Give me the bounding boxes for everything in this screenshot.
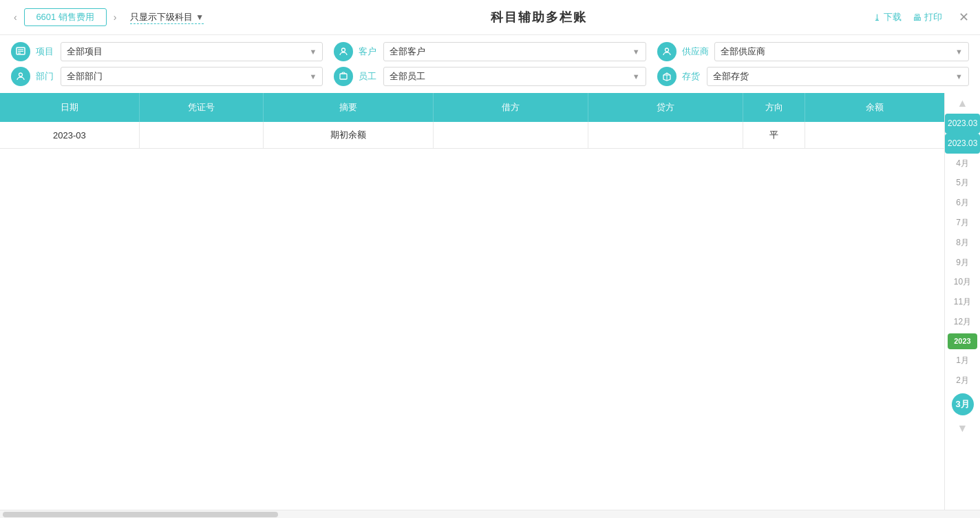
- ledger-table: 日期 凭证号 摘要 借方 贷方 方向 余额 2023-03 期初余额: [0, 93, 944, 149]
- supplier-icon: [657, 42, 677, 61]
- employee-value: 全部员工: [390, 70, 425, 83]
- right-sidebar: ▲ 2023.03 2023.03 4月 5月 6月 7月 8月 9月 10月 …: [944, 93, 980, 510]
- cell-summary: 期初余额: [263, 122, 433, 149]
- nav-prev-arrow[interactable]: ‹: [11, 10, 20, 24]
- inventory-arrow-icon: ▼: [955, 72, 963, 81]
- department-icon: [11, 67, 30, 86]
- cell-voucher: [139, 122, 263, 149]
- download-icon: ⤓: [873, 12, 881, 23]
- cell-date: 2023-03: [0, 122, 139, 149]
- customer-label: 客户: [359, 45, 378, 58]
- close-button[interactable]: ✕: [959, 10, 969, 25]
- customer-icon: [334, 42, 353, 61]
- project-value: 全部项目: [67, 45, 103, 58]
- sidebar-month-5[interactable]: 5月: [945, 173, 980, 193]
- svg-point-4: [665, 48, 668, 52]
- cell-direction: 平: [743, 122, 805, 149]
- supplier-value: 全部供应商: [721, 45, 765, 58]
- sidebar-year-badge: 2023: [948, 333, 977, 349]
- sidebar-month-9[interactable]: 9月: [945, 253, 980, 273]
- project-arrow-icon: ▼: [309, 48, 317, 56]
- show-sub-toggle[interactable]: 只显示下级科目 ▼: [130, 11, 204, 24]
- supplier-arrow-icon: ▼: [955, 48, 963, 56]
- table-header-row: 日期 凭证号 摘要 借方 贷方 方向 余额: [0, 93, 944, 122]
- cell-credit: [588, 122, 743, 149]
- table-row: 2023-03 期初余额 平: [0, 122, 944, 149]
- project-icon: [11, 42, 30, 61]
- cell-debit: [434, 122, 588, 149]
- main-container: ‹ 6601 销售费用 › 只显示下级科目 ▼ 科目辅助多栏账 ⤓ 下载 🖶 打…: [0, 0, 980, 518]
- print-button[interactable]: 🖶 打印: [913, 11, 942, 23]
- col-header-balance: 余额: [805, 93, 944, 122]
- col-header-voucher: 凭证号: [139, 93, 263, 122]
- sidebar-month-10[interactable]: 10月: [945, 272, 980, 292]
- table-main: 日期 凭证号 摘要 借方 贷方 方向 余额 2023-03 期初余额: [0, 93, 944, 510]
- svg-point-5: [19, 73, 23, 76]
- project-label: 项目: [36, 45, 55, 58]
- inventory-select[interactable]: 全部存货 ▼: [707, 67, 969, 86]
- download-label: 下载: [884, 11, 902, 23]
- inventory-icon: [657, 67, 677, 86]
- supplier-label: 供应商: [682, 45, 709, 58]
- customer-arrow-icon: ▼: [632, 48, 640, 56]
- print-icon: 🖶: [913, 12, 922, 23]
- sidebar-month-2[interactable]: 2月: [945, 371, 980, 391]
- filter-row-1: 项目 全部项目 ▼ 客户 全部客户 ▼ 供应: [11, 42, 969, 61]
- filter-project: 项目 全部项目 ▼: [11, 42, 323, 61]
- department-value: 全部部门: [67, 70, 103, 83]
- cell-balance: [805, 122, 944, 149]
- sidebar-month-12[interactable]: 12月: [945, 312, 980, 332]
- sidebar-month-8[interactable]: 8月: [945, 233, 980, 253]
- employee-select[interactable]: 全部员工 ▼: [383, 67, 646, 86]
- sidebar-active-month[interactable]: 3月: [952, 393, 974, 415]
- sidebar-month-4[interactable]: 4月: [945, 154, 980, 174]
- inventory-label: 存货: [682, 70, 701, 83]
- project-select[interactable]: 全部项目 ▼: [61, 42, 323, 61]
- bottom-scrollbar[interactable]: [0, 510, 980, 518]
- sidebar-up-arrow[interactable]: ▲: [945, 93, 980, 114]
- department-arrow-icon: ▼: [309, 72, 317, 81]
- filter-customer: 客户 全部客户 ▼: [334, 42, 646, 61]
- filter-department: 部门 全部部门 ▼: [11, 67, 323, 86]
- col-header-date: 日期: [0, 93, 139, 122]
- col-header-debit: 借方: [434, 93, 588, 122]
- employee-arrow-icon: ▼: [632, 72, 640, 81]
- filter-employee: 员工 全部员工 ▼: [334, 67, 646, 86]
- customer-value: 全部客户: [390, 45, 425, 58]
- department-label: 部门: [36, 70, 55, 83]
- print-label: 打印: [924, 11, 942, 23]
- col-header-direction: 方向: [743, 93, 805, 122]
- account-code[interactable]: 6601 销售费用: [24, 8, 107, 26]
- employee-icon: [334, 67, 353, 86]
- employee-label: 员工: [359, 70, 378, 83]
- supplier-select[interactable]: 全部供应商 ▼: [714, 42, 969, 61]
- header-bar: ‹ 6601 销售费用 › 只显示下级科目 ▼ 科目辅助多栏账 ⤓ 下载 🖶 打…: [0, 0, 980, 35]
- col-header-credit: 贷方: [588, 93, 743, 122]
- sidebar-month-11[interactable]: 11月: [945, 292, 980, 312]
- show-sub-arrow-icon: ▼: [195, 12, 204, 22]
- filter-inventory: 存货 全部存货 ▼: [657, 67, 969, 86]
- sidebar-month-6[interactable]: 6月: [945, 193, 980, 213]
- filter-row-2: 部门 全部部门 ▼ 员工 全部员工 ▼ 存货: [11, 67, 969, 86]
- filter-bar: 项目 全部项目 ▼ 客户 全部客户 ▼ 供应: [0, 35, 980, 93]
- table-wrapper: 日期 凭证号 摘要 借方 贷方 方向 余额 2023-03 期初余额: [0, 93, 980, 510]
- customer-select[interactable]: 全部客户 ▼: [383, 42, 646, 61]
- header-actions: ⤓ 下载 🖶 打印 ✕: [873, 10, 969, 25]
- scroll-thumb[interactable]: [3, 512, 278, 517]
- svg-rect-6: [340, 74, 347, 79]
- sidebar-month-2023-03-2[interactable]: 2023.03: [945, 134, 980, 154]
- download-button[interactable]: ⤓ 下载: [873, 11, 902, 23]
- sidebar-month-2023-03-1[interactable]: 2023.03: [945, 114, 980, 134]
- filter-supplier: 供应商 全部供应商 ▼: [657, 42, 969, 61]
- sidebar-month-1[interactable]: 1月: [945, 351, 980, 371]
- nav-next-arrow[interactable]: ›: [111, 10, 120, 24]
- page-title: 科目辅助多栏账: [204, 9, 873, 25]
- department-select[interactable]: 全部部门 ▼: [61, 67, 323, 86]
- account-nav: ‹ 6601 销售费用 ›: [11, 8, 119, 26]
- sidebar-down-arrow[interactable]: ▼: [945, 418, 980, 439]
- inventory-value: 全部存货: [713, 70, 749, 83]
- show-sub-label: 只显示下级科目: [130, 11, 193, 23]
- sidebar-month-7[interactable]: 7月: [945, 213, 980, 233]
- col-header-summary: 摘要: [263, 93, 433, 122]
